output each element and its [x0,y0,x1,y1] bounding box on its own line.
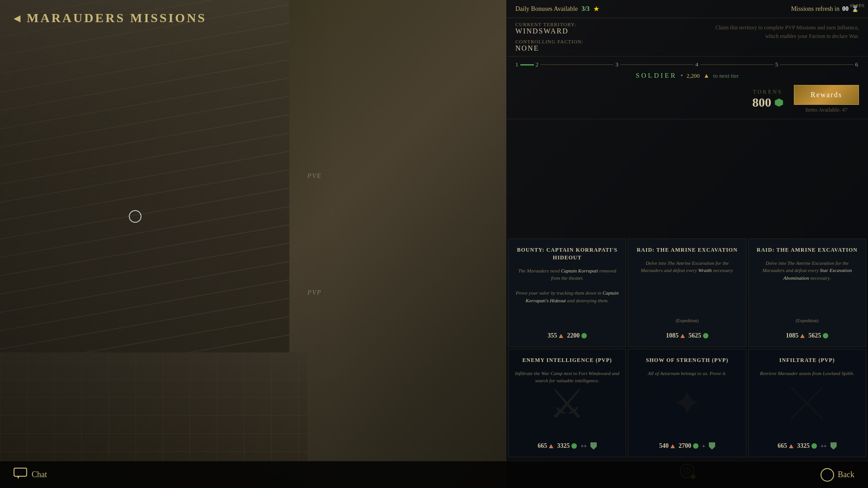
mission-1-desc: The Marauders need Captain Korrapati rem… [515,267,619,327]
bottom-bar: Chat Back [0,461,868,488]
mission-3-title: RAID: THE AMRINE EXCAVATION [755,246,859,254]
mission-6-bonus: ++ [821,443,827,450]
mission-2-title: RAID: THE AMRINE EXCAVATION [635,246,739,254]
tokens-rewards-row: TOKENS 800 Rewards Items Available: 47 [506,81,868,119]
title-bar: ◀ MARAUDERS MISSIONS [0,0,289,36]
mission-6-xp: 665 [778,442,793,450]
mission-4-title: ENEMY INTELLIGENCE (PVP) [515,357,619,364]
gold-icon-2 [703,333,708,338]
chat-icon-container [14,468,28,482]
rank-points: 2,200 [686,72,699,80]
back-button[interactable]: Back [821,468,854,482]
tokens-block: TOKENS 800 [752,89,783,110]
token-gem-icon [775,99,783,107]
fps-counter: 69 FPS [850,3,864,8]
next-tier-text: to next tier [713,72,739,80]
mission-card-raid-1[interactable]: RAID: THE AMRINE EXCAVATION Delve into T… [628,239,746,347]
faction-name: NONE [515,44,584,52]
tier-connector-2 [540,64,613,65]
xp-icon-3 [800,334,805,338]
mission-3-xp: 1085 [786,332,805,339]
mission-2-type: (Expedition) [635,318,739,323]
xp-icon-2 [680,334,685,338]
tokens-amount-row: 800 [752,95,783,110]
tier-2-label: 2 [536,61,539,68]
tier-fill-bar [520,64,534,66]
page-title: MARAUDERS MISSIONS [27,11,207,25]
mission-3-type: (Expedition) [755,318,859,323]
mission-2-xp: 1085 [666,332,685,339]
tier-connector-5 [780,64,853,65]
pve-section-label: PVE [307,173,322,180]
mission-1-gold: 2200 [567,332,587,339]
mission-5-gold: 2700 [679,442,698,450]
xp-icon-6 [789,444,793,448]
mission-2-rewards: 1085 5625 [635,332,739,339]
mission-6-title: INFILTRATE (PVP) [755,357,859,364]
xp-icon-1 [559,334,563,338]
pvp-section-label: PVP [307,289,322,296]
faction-label: Controlling Faction: [515,39,584,44]
mission-card-bounty[interactable]: BOUNTY: CAPTAIN KORRAPATI'S HIDEOUT The … [508,239,626,347]
back-label: Back [838,470,854,479]
mission-1-xp: 355 [547,332,563,339]
territory-section: Current Territory: WINDSWARD Controlling… [506,18,868,56]
rewards-button[interactable]: Rewards [794,85,859,105]
mission-5-bonus: + [702,443,705,450]
gold-icon-3 [823,333,828,338]
mission-5-desc: All of Aeturnum belongs to us. Prove it. [635,370,739,437]
tier-6-label: 6 [855,61,859,68]
territory-name: WINDSWARD [515,27,584,35]
star-icon: ★ [593,5,599,13]
mission-2-desc: Delve into The Amrine Excavation for the… [635,259,739,314]
missions-refresh-label: Missions refresh in [791,5,840,13]
mission-4-desc: Infiltrate the War Camp next to Fort Win… [515,370,619,437]
mission-3-gold: 5625 [808,332,828,339]
rank-label: SOLDIER [636,72,677,80]
mission-card-infiltrate[interactable]: INFILTRATE (PVP) Retrieve Marauder asset… [748,349,866,457]
mission-card-enemy-intel[interactable]: ⚔ ENEMY INTELLIGENCE (PVP) Infiltrate th… [508,349,626,457]
gold-icon-5 [693,443,698,449]
page-back-arrow[interactable]: ◀ [14,13,20,23]
svg-marker-8 [17,476,19,479]
svg-rect-7 [14,468,27,476]
mission-3-rewards: 1085 5625 [755,332,859,339]
mission-6-rewards: 665 3325 ++ [755,442,859,450]
soldier-rank-row: SOLDIER • 2,200 ▲ to next tier [515,70,859,81]
missions-grid: BOUNTY: CAPTAIN KORRAPATI'S HIDEOUT The … [506,237,868,459]
missions-refresh-section: Missions refresh in 00 ⌛ [791,5,859,13]
tier-4-label: 4 [695,61,698,68]
mission-4-rewards: 665 3325 ++ [515,442,619,450]
mission-6-gold: 3325 [797,442,817,450]
tier-3-label: 3 [615,61,618,68]
mission-card-raid-2[interactable]: RAID: THE AMRINE EXCAVATION Delve into T… [748,239,866,347]
mission-1-title: BOUNTY: CAPTAIN KORRAPATI'S HIDEOUT [515,246,619,262]
tokens-label: TOKENS [752,89,783,95]
xp-icon-4 [549,444,553,448]
shield-icon-4 [590,442,597,450]
mission-3-desc: Delve into The Amrine Excavation for the… [755,259,859,314]
mission-5-title: SHOW OF STRENGTH (PVP) [635,357,739,364]
tokens-amount: 800 [752,95,771,110]
rewards-block: Rewards Items Available: 47 [794,85,859,113]
daily-bonuses-count: 3/3 [581,5,590,13]
tier-connector-3 [620,64,693,65]
shield-icon-5 [709,442,715,450]
chat-button[interactable]: Chat [14,468,47,482]
shield-icon-6 [830,442,837,450]
items-available: Items Available: 47 [794,107,859,113]
mission-card-show-strength[interactable]: ✦ SHOW OF STRENGTH (PVP) All of Aeturnum… [628,349,746,457]
territory-label: Current Territory: [515,22,584,27]
missions-refresh-time: 00 [842,5,849,13]
daily-bonuses-section: Daily Bonuses Available 3/3 ★ [515,5,599,13]
left-fog-overlay [0,0,339,488]
mission-5-xp: 540 [659,442,675,450]
mission-2-gold: 5625 [689,332,708,339]
progress-section: 1 2 3 4 5 6 SOLDIER • 2,200 ▲ to next ti… [506,56,868,81]
claim-info-text: Claim this territory to complete PVP Mis… [705,22,859,41]
xp-icon-5 [670,444,675,448]
daily-bonuses-label: Daily Bonuses Available [515,5,578,13]
tier-connector-4 [700,64,774,65]
gold-icon-6 [811,443,817,449]
mission-4-gold: 3325 [557,442,577,450]
